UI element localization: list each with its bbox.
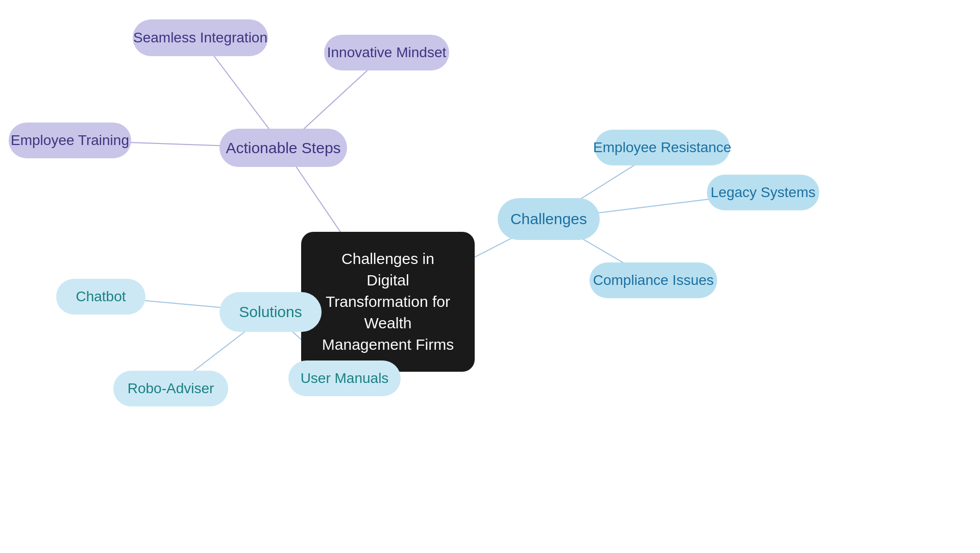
actionable-steps-node: Actionable Steps: [219, 129, 347, 167]
employee-training-node: Employee Training: [9, 123, 131, 158]
seamless-integration-label: Seamless Integration: [133, 30, 267, 46]
legacy-systems-node: Legacy Systems: [707, 175, 819, 210]
actionable-steps-label: Actionable Steps: [226, 139, 340, 157]
legacy-systems-label: Legacy Systems: [710, 184, 815, 201]
center-node: Challenges in Digital Transformation for…: [301, 232, 475, 372]
solutions-node: Solutions: [219, 292, 322, 332]
compliance-issues-node: Compliance Issues: [590, 262, 717, 298]
challenges-label: Challenges: [510, 210, 587, 228]
chatbot-node: Chatbot: [56, 279, 145, 315]
employee-training-label: Employee Training: [11, 132, 129, 149]
innovative-mindset-label: Innovative Mindset: [327, 44, 446, 61]
challenges-node: Challenges: [498, 198, 600, 240]
solutions-label: Solutions: [239, 303, 302, 321]
user-manuals-label: User Manuals: [301, 370, 389, 387]
robo-adviser-label: Robo-Adviser: [128, 380, 214, 397]
employee-resistance-node: Employee Resistance: [595, 130, 730, 165]
compliance-issues-label: Compliance Issues: [593, 272, 714, 288]
employee-resistance-label: Employee Resistance: [593, 139, 731, 156]
seamless-integration-node: Seamless Integration: [133, 19, 268, 56]
innovative-mindset-node: Innovative Mindset: [324, 35, 449, 70]
center-label: Challenges in Digital Transformation for…: [320, 248, 456, 355]
robo-adviser-node: Robo-Adviser: [113, 371, 228, 406]
chatbot-label: Chatbot: [76, 288, 126, 305]
user-manuals-node: User Manuals: [288, 360, 401, 396]
